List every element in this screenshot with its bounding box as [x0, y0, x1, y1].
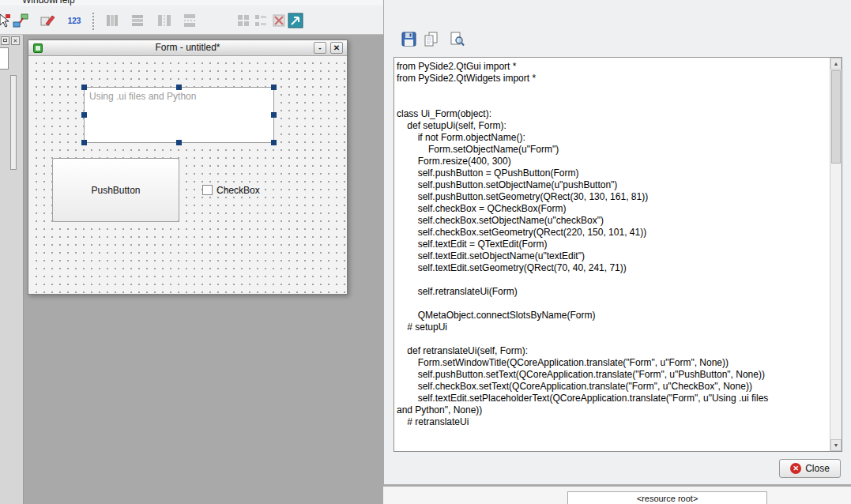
scroll-down-button[interactable]: ▼: [830, 439, 842, 451]
selection-handle-se[interactable]: [271, 140, 277, 145]
minimize-button[interactable]: -: [314, 42, 326, 54]
qt-designer-screen: Window Help: [0, 0, 851, 504]
dock-float-button[interactable]: [1, 36, 9, 45]
tab-order-123-icon: 123: [68, 17, 81, 25]
save-icon: [401, 31, 417, 47]
v-splitter-icon: [182, 13, 198, 28]
layout-splitter-vertical-icon[interactable]: [180, 11, 199, 30]
textedit-widget[interactable]: Using .ui files and Python: [84, 87, 274, 143]
pointer-icon: [0, 13, 11, 28]
selection-handle-e[interactable]: [271, 112, 277, 118]
dialog-close-button[interactable]: ✕ Close: [779, 459, 841, 478]
form-window-titlebar[interactable]: Form - untitled* - ✕: [28, 40, 347, 56]
h-layout-icon: [104, 13, 120, 28]
dock-close-button[interactable]: ✕: [11, 36, 20, 45]
resource-browser-strip: <resource root>: [383, 486, 851, 504]
pushbutton-label: PushButton: [91, 185, 140, 196]
code-vertical-scrollbar[interactable]: ▲ ▼: [830, 58, 842, 451]
resource-root-item[interactable]: <resource root>: [568, 492, 766, 503]
v-layout-icon: [130, 13, 145, 28]
adjust-size-icon[interactable]: [286, 11, 305, 30]
code-view: from PySide2.QtGui import * from PySide2…: [393, 57, 842, 452]
signal-slot-icon: [13, 13, 28, 28]
form-canvas[interactable]: Using .ui files and Python PushButton Ch…: [29, 56, 346, 293]
float-icon: [3, 39, 7, 42]
selection-handle-nw[interactable]: [81, 85, 87, 90]
selection-handle-n[interactable]: [176, 85, 182, 90]
dock-scrollbar-fragment[interactable]: [10, 75, 17, 170]
layout-vertical-icon[interactable]: [128, 11, 147, 30]
selection-handle-sw[interactable]: [81, 140, 87, 145]
close-x-icon: ✕: [790, 463, 801, 474]
grid-layout-icon: [235, 13, 251, 28]
selection-handle-ne[interactable]: [271, 85, 277, 90]
close-button[interactable]: ✕: [330, 42, 343, 54]
save-button[interactable]: [398, 28, 419, 49]
adjust-size-square-icon: [287, 12, 304, 29]
break-layout-x-icon: [271, 13, 287, 28]
form-window-title: Form - untitled*: [28, 42, 347, 53]
scroll-thumb[interactable]: [831, 70, 841, 164]
layout-form-icon[interactable]: [251, 11, 270, 30]
left-dock-panel: ✕: [0, 35, 24, 504]
checkbox-label: CheckBox: [217, 185, 260, 196]
scroll-up-button[interactable]: ▲: [830, 58, 842, 70]
selection-handle-s[interactable]: [176, 140, 182, 145]
checkbox-widget[interactable]: CheckBox: [202, 174, 282, 206]
edit-signals-slots-icon[interactable]: [11, 11, 30, 30]
resource-tree: <resource root>: [567, 491, 767, 504]
menu-help[interactable]: Help: [55, 0, 75, 6]
copy-button[interactable]: [420, 28, 441, 49]
checkbox-indicator[interactable]: [202, 185, 213, 195]
edit-buddies-icon[interactable]: [38, 11, 57, 30]
code-preview-dialog: from PySide2.QtGui import * from PySide2…: [383, 0, 851, 485]
form-editor-window: Form - untitled* - ✕ Using .ui files and…: [28, 39, 348, 295]
find-icon: [449, 31, 465, 47]
selection-handle-w[interactable]: [81, 112, 87, 118]
close-button-label: Close: [805, 463, 830, 474]
layout-grid-icon[interactable]: [234, 11, 253, 30]
copy-icon: [423, 31, 439, 47]
layout-horizontal-icon[interactable]: [103, 11, 122, 30]
menu-window[interactable]: Window: [22, 0, 56, 6]
buddy-pencil-icon: [40, 13, 55, 28]
h-splitter-icon: [156, 13, 172, 28]
form-layout-icon: [253, 13, 269, 28]
textedit-placeholder: Using .ui files and Python: [85, 88, 273, 105]
find-button[interactable]: [446, 28, 467, 49]
edit-tab-order-icon[interactable]: 123: [65, 11, 84, 30]
toolbar-separator: [92, 13, 95, 30]
generated-code[interactable]: from PySide2.QtGui import * from PySide2…: [394, 58, 829, 451]
dock-filter-fragment[interactable]: [0, 47, 9, 70]
layout-splitter-horizontal-icon[interactable]: [155, 11, 174, 30]
pushbutton-widget[interactable]: PushButton: [52, 158, 179, 222]
